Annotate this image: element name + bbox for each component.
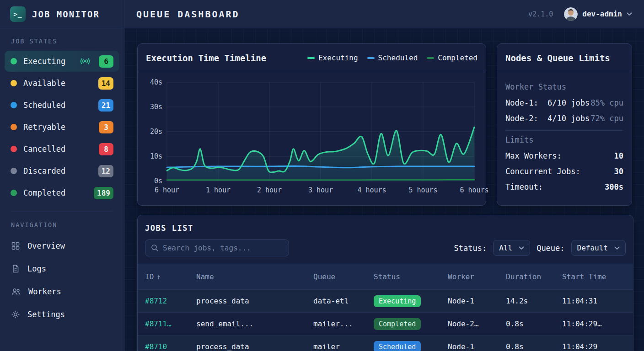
- sidebar-state-completed[interactable]: Completed189: [5, 182, 119, 203]
- job-id-link[interactable]: #8712: [145, 297, 167, 305]
- main-content: Execution Time Timeline ExecutingSchedul…: [124, 28, 644, 351]
- svg-text:5 hours: 5 hours: [408, 186, 437, 194]
- legend-item-executing[interactable]: Executing: [307, 53, 358, 62]
- jobs-title: JOBS LIST: [145, 223, 626, 233]
- search-box: [145, 239, 289, 256]
- queue-filter[interactable]: Default: [571, 240, 626, 256]
- limit-rows: Max Workers:10Concurrent Jobs:30Timeout:…: [505, 151, 623, 191]
- nodes-card-header: Nodes & Queue Limits: [497, 44, 632, 72]
- state-dot: [11, 168, 17, 174]
- layout: JOB STATES Executing6Available14Schedule…: [0, 28, 644, 351]
- chart-legend: ExecutingScheduledCompleted: [307, 53, 478, 62]
- table-row[interactable]: #8710process_datamailerScheduledNode-10.…: [138, 335, 633, 351]
- sidebar-item-overview[interactable]: Overview: [5, 234, 119, 257]
- state-label: Available: [23, 79, 65, 88]
- worker-status-label: Worker Status: [505, 82, 623, 91]
- job-worker: Node-2…: [448, 319, 506, 328]
- jobs-header: JOBS LIST: [138, 215, 633, 233]
- search-icon: [151, 244, 159, 252]
- column-header-worker[interactable]: Worker: [448, 272, 506, 281]
- svg-text:6 hour: 6 hour: [155, 186, 179, 194]
- svg-text:6 hours: 6 hours: [460, 186, 488, 194]
- column-header-duration[interactable]: Duration: [506, 272, 562, 281]
- node-jobs: 6/10 jobs: [547, 98, 590, 107]
- username: dev-admin: [582, 10, 622, 18]
- state-count-badge: 189: [94, 187, 113, 199]
- limit-label: Concurrent Jobs:: [505, 167, 580, 176]
- legend-dash: [307, 57, 315, 59]
- state-dot: [11, 146, 17, 152]
- legend-label: Executing: [318, 53, 358, 62]
- status-filter[interactable]: All: [493, 240, 530, 256]
- limit-value: 300s: [605, 182, 623, 191]
- live-icon: [80, 58, 91, 65]
- job-start-time: 11:04:29…: [562, 319, 626, 328]
- state-dot: [11, 124, 17, 130]
- job-worker: Node-1: [448, 342, 506, 351]
- legend-dash: [427, 57, 434, 59]
- sidebar: JOB STATES Executing6Available14Schedule…: [0, 28, 124, 351]
- column-header-name[interactable]: Name: [196, 272, 313, 281]
- nav-item-label: Overview: [27, 241, 65, 250]
- nodes-title: Nodes & Queue Limits: [505, 53, 610, 63]
- status-badge: Executing: [374, 295, 421, 307]
- search-input[interactable]: [163, 244, 283, 252]
- column-header-status[interactable]: Status: [374, 272, 448, 281]
- timeline-title: Execution Time Timeline: [146, 53, 266, 63]
- limit-label: Timeout:: [505, 182, 543, 191]
- state-dot: [11, 102, 17, 108]
- queue-filter-value: Default: [577, 244, 608, 252]
- column-header-queue[interactable]: Queue: [313, 272, 374, 281]
- sidebar-state-available[interactable]: Available14: [5, 73, 119, 94]
- sidebar-item-logs[interactable]: Logs: [5, 257, 119, 280]
- state-dot: [11, 58, 17, 64]
- job-duration: 0.8s: [506, 342, 562, 351]
- status-filter-label: Status:: [454, 244, 487, 253]
- legend-dash: [367, 57, 375, 59]
- table-row[interactable]: #8711…send_email...mailer...CompletedNod…: [138, 313, 633, 335]
- limit-row: Concurrent Jobs:30: [505, 167, 623, 176]
- svg-text:20s: 20s: [150, 128, 162, 136]
- nodes-divider: [505, 130, 623, 131]
- page-title: QUEUE DASHBOARD: [136, 9, 240, 20]
- sidebar-state-executing[interactable]: Executing6: [5, 51, 119, 72]
- state-count-badge: 3: [99, 121, 113, 133]
- state-count-badge: 6: [99, 55, 113, 68]
- node-cpu: 72% cpu: [590, 114, 623, 123]
- workers-icon: [11, 287, 21, 296]
- user-menu[interactable]: dev-admin: [564, 7, 632, 21]
- sidebar-state-cancelled[interactable]: Cancelled8: [5, 138, 119, 160]
- job-duration: 0.8s: [506, 319, 562, 328]
- avatar: [564, 7, 578, 21]
- sidebar-item-settings[interactable]: Settings: [5, 303, 119, 326]
- overview-icon: [11, 241, 20, 250]
- job-start-time: 11:04:29: [562, 342, 626, 351]
- sidebar-state-scheduled[interactable]: Scheduled21: [5, 95, 119, 116]
- sidebar-state-retryable[interactable]: Retryable3: [5, 117, 119, 138]
- chevron-down-icon: [519, 246, 524, 250]
- sidebar-item-workers[interactable]: Workers: [5, 280, 119, 303]
- table-row[interactable]: #8712process_datadata-etlExecutingNode-1…: [138, 290, 633, 313]
- node-jobs: 4/10 jobs: [547, 114, 590, 123]
- state-label: Completed: [23, 188, 65, 197]
- sidebar-divider: [11, 212, 113, 212]
- job-id-link[interactable]: #8711…: [145, 319, 172, 328]
- column-header-id[interactable]: ID↑: [145, 272, 196, 281]
- state-dot: [11, 190, 17, 196]
- sidebar-state-discarded[interactable]: Discarded12: [5, 160, 119, 181]
- limit-row: Max Workers:10: [505, 151, 623, 160]
- limits-label: Limits: [505, 135, 623, 144]
- legend-item-scheduled[interactable]: Scheduled: [367, 53, 418, 62]
- top-bar-main: QUEUE DASHBOARD v2.1.0 dev-admin: [124, 0, 644, 28]
- top-bar: >_ JOB MONITOR QUEUE DASHBOARD v2.1.0 de…: [0, 0, 644, 28]
- state-label: Retryable: [23, 122, 65, 132]
- limit-label: Max Workers:: [505, 151, 562, 160]
- sort-asc-icon: ↑: [156, 272, 161, 281]
- legend-item-completed[interactable]: Completed: [427, 53, 478, 62]
- legend-label: Scheduled: [378, 53, 418, 62]
- column-header-start-time[interactable]: Start Time: [562, 272, 626, 281]
- svg-text:1 hour: 1 hour: [206, 186, 231, 194]
- node-name: Node-2:: [505, 114, 547, 123]
- navigation-section-label: NAVIGATION: [0, 221, 124, 229]
- job-id-link[interactable]: #8710: [145, 342, 167, 351]
